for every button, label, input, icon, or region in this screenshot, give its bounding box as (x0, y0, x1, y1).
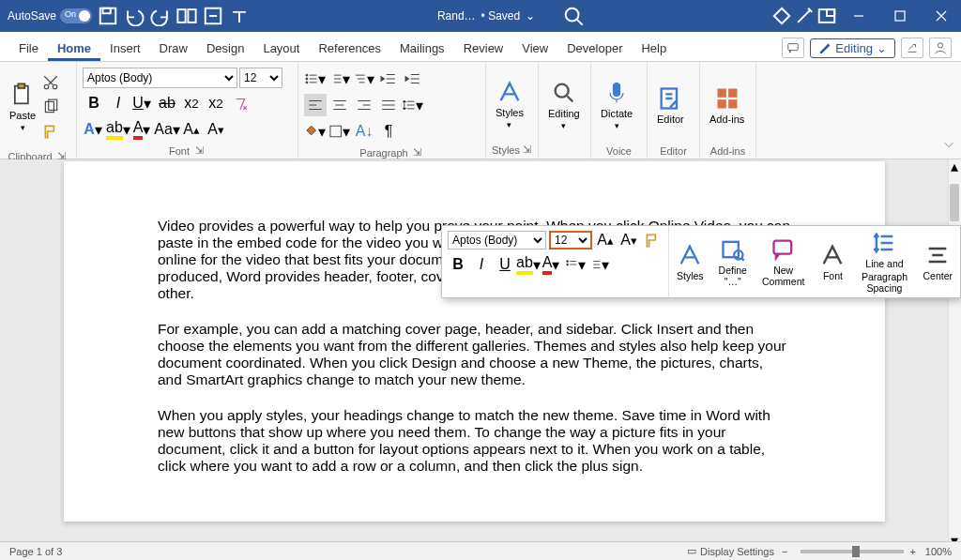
tab-insert[interactable]: Insert (100, 36, 150, 61)
page-indicator[interactable]: Page 1 of 3 (9, 546, 62, 557)
mini-font-button[interactable]: Font (812, 226, 853, 297)
vertical-scrollbar[interactable]: ▴ ▾ (948, 159, 961, 547)
multilevel-icon[interactable]: ▾ (353, 68, 375, 90)
tab-review[interactable]: Review (454, 36, 513, 61)
numbering-icon[interactable]: ▾ (328, 68, 351, 90)
mini-shrink-font-icon[interactable]: A▾ (618, 230, 639, 250)
subscript-button[interactable]: x2 (180, 92, 203, 114)
styles-launcher-icon[interactable]: ⇲ (523, 144, 532, 157)
display-settings[interactable]: Display Settings (700, 546, 774, 557)
saved-chevron-icon[interactable]: ⌄ (526, 9, 535, 23)
mini-font-size[interactable]: 12 (549, 231, 592, 250)
tab-draw[interactable]: Draw (150, 36, 197, 61)
mini-define-button[interactable]: Define "…" (711, 226, 755, 297)
addins-button[interactable]: Add-ins (706, 66, 748, 144)
tab-layout[interactable]: Layout (253, 36, 309, 61)
line-spacing-icon[interactable]: ▾ (402, 94, 424, 116)
tab-developer[interactable]: Developer (557, 36, 632, 61)
undo-icon[interactable] (124, 6, 145, 26)
tab-home[interactable]: Home (48, 36, 100, 61)
italic-button[interactable]: I (107, 92, 130, 114)
comments-button[interactable] (782, 38, 804, 58)
highlight-icon[interactable]: ab▾ (107, 118, 130, 141)
scroll-up-icon[interactable]: ▴ (948, 159, 961, 173)
borders-icon[interactable]: ▾ (328, 120, 351, 143)
show-marks-icon[interactable]: ¶ (377, 120, 400, 143)
change-case-icon[interactable]: Aa▾ (156, 118, 178, 141)
editor-button[interactable]: Editor (653, 66, 688, 144)
quick-icon-2[interactable] (203, 6, 223, 26)
zoom-slider[interactable] (801, 550, 904, 553)
quick-icon-1[interactable] (176, 6, 197, 26)
strikethrough-button[interactable]: ab (156, 92, 178, 114)
profile-button[interactable] (929, 38, 952, 58)
increase-indent-icon[interactable] (402, 68, 424, 90)
collapse-ribbon-icon[interactable] (942, 138, 955, 155)
underline-button[interactable]: U▾ (131, 92, 154, 114)
tab-view[interactable]: View (512, 36, 557, 61)
search-icon[interactable] (563, 6, 584, 26)
font-name-selector[interactable]: Aptos (Body) (83, 68, 237, 88)
editing-button[interactable]: Editing▾ (544, 66, 584, 144)
scroll-thumb[interactable] (950, 184, 959, 221)
paragraph-launcher-icon[interactable]: ⇲ (411, 146, 424, 159)
align-left-icon[interactable] (304, 94, 327, 116)
display-settings-icon[interactable]: ▭ (687, 545, 696, 557)
shrink-font-icon[interactable]: A▾ (205, 118, 227, 141)
mini-font-color-icon[interactable]: A▾ (542, 254, 562, 275)
tab-references[interactable]: References (309, 36, 389, 61)
app-icon[interactable] (816, 6, 837, 26)
align-center-icon[interactable] (328, 94, 351, 116)
shading-icon[interactable]: ▾ (304, 120, 327, 143)
mini-styles-button[interactable]: Styles (669, 226, 711, 297)
cut-icon[interactable] (39, 71, 62, 94)
mini-font-name[interactable]: Aptos (Body) (448, 231, 546, 250)
redo-icon[interactable] (150, 6, 171, 26)
close-button[interactable] (922, 0, 961, 32)
clear-formatting-icon[interactable] (229, 92, 252, 114)
mini-grow-font-icon[interactable]: A▴ (595, 230, 616, 250)
mini-format-painter-icon[interactable] (642, 230, 663, 250)
autosave-toggle[interactable]: AutoSave On (8, 8, 92, 23)
text-effects-icon[interactable]: A▾ (83, 118, 105, 141)
font-launcher-icon[interactable]: ⇲ (192, 144, 206, 158)
format-painter-icon[interactable] (39, 120, 62, 143)
mini-italic-button[interactable]: I (471, 254, 492, 275)
tab-help[interactable]: Help (632, 36, 676, 61)
grow-font-icon[interactable]: A▴ (180, 118, 203, 141)
tab-file[interactable]: File (9, 36, 48, 61)
zoom-out-icon[interactable]: − (782, 546, 787, 557)
zoom-in-icon[interactable]: + (909, 546, 915, 557)
align-right-icon[interactable] (353, 94, 375, 116)
font-color-icon[interactable]: A▾ (131, 118, 154, 141)
mini-new-comment-button[interactable]: New Comment (755, 226, 813, 297)
editing-mode-button[interactable]: Editing ⌄ (810, 38, 895, 58)
mini-center-button[interactable]: Center (915, 226, 960, 297)
superscript-button[interactable]: x2 (205, 92, 227, 114)
saved-status[interactable]: • Saved (481, 9, 521, 23)
wand-icon[interactable] (794, 6, 815, 26)
minimize-button[interactable] (839, 0, 878, 32)
mini-numbering-icon[interactable]: ▾ (588, 254, 609, 275)
bullets-icon[interactable]: ▾ (304, 68, 327, 90)
share-button[interactable] (901, 38, 923, 58)
font-size-selector[interactable]: 12 (239, 68, 282, 88)
paste-button[interactable]: Paste ▾ (6, 66, 39, 148)
justify-icon[interactable] (377, 94, 400, 116)
sort-icon[interactable]: A↓ (353, 120, 375, 143)
document-page[interactable]: Video provides a powerful way to help yo… (64, 161, 885, 522)
copy-icon[interactable] (39, 96, 62, 118)
diamond-icon[interactable] (771, 6, 792, 26)
customize-qat-icon[interactable] (229, 6, 250, 26)
styles-button[interactable]: Styles▾ (492, 66, 527, 142)
mini-bold-button[interactable]: B (448, 254, 468, 275)
mini-line-spacing-button[interactable]: Line and Paragraph Spacing (853, 226, 915, 297)
mini-highlight-icon[interactable]: ab▾ (518, 254, 539, 275)
mini-underline-button[interactable]: U (495, 254, 515, 275)
decrease-indent-icon[interactable] (377, 68, 400, 90)
tab-design[interactable]: Design (197, 36, 253, 61)
bold-button[interactable]: B (83, 92, 105, 114)
dictate-button[interactable]: Dictate▾ (597, 66, 636, 144)
mini-bullets-icon[interactable]: ▾ (565, 254, 586, 275)
tab-mailings[interactable]: Mailings (390, 36, 454, 61)
